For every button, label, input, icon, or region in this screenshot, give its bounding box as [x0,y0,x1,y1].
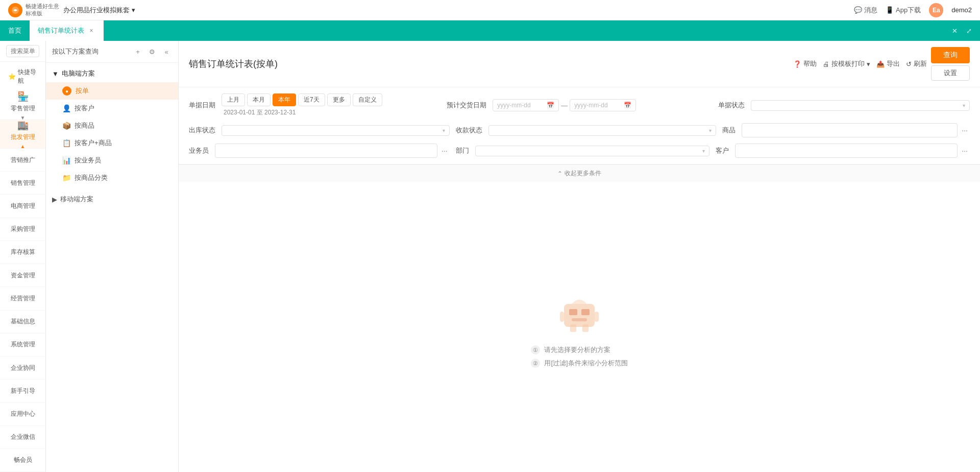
pc-scheme-group-header[interactable]: ▼ 电脑端方案 [46,65,178,82]
tab-sales-order-stats[interactable]: 销售订单统计表 × [30,20,104,41]
window-close-button[interactable]: ✕ [949,26,960,36]
sidebar-item-enterprise[interactable]: 企业协同 [0,357,45,380]
scheme-item-by-customer-goods[interactable]: 📋 按客户+商品 [46,134,178,152]
print-button[interactable]: 🖨 按模板打印 ▾ [823,59,870,68]
collapse-panel-button[interactable]: « [161,46,172,57]
tip-num-1: ① [531,345,540,355]
sidebar-label-wechat: 企业微信 [11,433,35,441]
date-btn-7days[interactable]: 近7天 [298,93,325,106]
customer-input-area: ··· [735,144,970,158]
nav-tabs: 首页 销售订单统计表 × ✕ ⤢ [0,20,980,41]
date-placeholder-start: yyyy-mm-dd [497,102,530,109]
ship-status-label: 出库状态 [189,126,215,135]
sidebar-item-inventory[interactable]: 库存核算 [0,241,45,264]
export-button[interactable]: 📤 导出 [876,59,900,68]
date-btn-last-month[interactable]: 上月 [222,93,245,106]
app-download-button[interactable]: 📱 App下载 [886,6,921,15]
mobile-scheme-group-header[interactable]: ▶ 移动端方案 [46,191,178,208]
sidebar-item-app-center[interactable]: 应用中心 [0,403,45,426]
ship-status-select[interactable]: ▾ [222,125,450,136]
collect-status-arrow: ▾ [709,128,712,133]
filter-row-3: 业务员 ··· 部门 ▾ 客户 ··· [189,144,970,158]
refresh-button[interactable]: ↺ 刷新 [906,59,927,68]
scheme-panel-title: 按以下方案查询 [52,47,99,56]
help-button[interactable]: ❓ 帮助 [793,59,817,68]
goods-more-button[interactable]: ··· [960,126,970,134]
customer-input[interactable] [735,144,958,158]
pc-group-label: 电脑端方案 [62,69,95,78]
nav-right-actions: ✕ ⤢ [949,26,980,36]
scheme-item-by-goods[interactable]: 📦 按商品 [46,117,178,134]
goods-icon: 📦 [62,122,70,130]
sidebar-item-sales[interactable]: 销售管理 [0,172,45,195]
mobile-scheme-group: ▶ 移动端方案 [46,188,178,210]
sidebar-item-basic-info[interactable]: 基础信息 [0,311,45,334]
date-filter-area: 上月 本月 本年 近7天 更多 自定义 2023-01-01 至 2023-12… [222,93,440,117]
empty-illustration [554,286,605,337]
scheme-settings-button[interactable]: ⚙ [146,46,158,57]
svg-rect-4 [572,318,587,321]
sidebar-item-system[interactable]: 系统管理 [0,334,45,357]
salesperson-input[interactable] [215,144,437,158]
goods-label: 商品 [722,126,736,135]
tab-close-icon[interactable]: × [87,27,95,35]
top-bar: 畅捷通好生意 标准版 办公用品行业模拟账套 ▾ 💬 消息 📱 App下载 Ea … [0,0,980,20]
help-icon: ❓ [793,60,801,68]
scheme-item-by-order[interactable]: ● 按单 [46,82,178,100]
svg-rect-5 [560,312,564,322]
collect-status-select[interactable]: ▾ [488,125,717,136]
tab-home[interactable]: 首页 [0,20,30,41]
sidebar-item-ecommerce[interactable]: 电商管理 [0,195,45,218]
tip-num-2: ② [531,359,540,368]
sidebar-item-quick-nav[interactable]: ⭐ 快捷导航 [0,64,45,89]
logo-area: 畅捷通好生意 标准版 [8,3,59,17]
sidebar-item-retail[interactable]: 🏪 零售管理 ▼ [0,91,45,120]
collapse-label: 收起更多条件 [565,169,601,178]
report-header-actions: ❓ 帮助 🖨 按模板打印 ▾ 📤 导出 [793,47,970,81]
industry-selector[interactable]: 办公用品行业模拟账套 ▾ [63,6,135,15]
date-btn-more[interactable]: 更多 [327,93,351,106]
sidebar-item-newbie[interactable]: 新手引导 [0,380,45,403]
salesperson-more-button[interactable]: ··· [439,147,450,155]
dropdown-arrow-icon: ▾ [132,6,135,14]
status-select[interactable]: ▾ [751,100,970,111]
svg-rect-3 [581,309,590,315]
sidebar-item-finance[interactable]: 资金管理 [0,264,45,287]
collapse-bar[interactable]: ⌃ 收起更多条件 [179,164,980,182]
query-button[interactable]: 查询 [931,47,970,63]
dept-select[interactable]: ▾ [475,146,710,156]
search-input[interactable] [6,45,39,57]
add-scheme-button[interactable]: + [132,46,143,57]
empty-tips: ① 请先选择要分析的方案 ② 用[过滤]条件来缩小分析范围 [531,345,627,368]
settings-button[interactable]: 设置 [931,65,970,81]
message-button[interactable]: 💬 消息 [854,6,877,15]
sidebar-item-purchase[interactable]: 采购管理 [0,218,45,241]
date-btn-custom[interactable]: 自定义 [353,93,382,106]
goods-input[interactable] [742,123,958,137]
user-avatar[interactable]: Ea [929,3,943,17]
date-btn-this-year[interactable]: 本年 [273,93,296,106]
sidebar-item-operations[interactable]: 经营管理 [0,287,45,310]
customer-more-button[interactable]: ··· [960,147,970,155]
sidebar-label-sales: 销售管理 [11,179,35,187]
sidebar-item-wholesale[interactable]: 🏬 批发管理 ▲ [0,120,45,149]
star-icon: ⭐ [8,73,16,80]
sidebar-item-member[interactable]: 畅会员 [0,449,45,472]
scheme-item-by-salesperson[interactable]: 📊 按业务员 [46,152,178,169]
expected-date-start[interactable]: yyyy-mm-dd 📅 [493,99,559,111]
report-title: 销售订单统计表(按单) [189,58,278,70]
refresh-icon: ↺ [906,60,912,68]
empty-tip-2: ② 用[过滤]条件来缩小分析范围 [531,359,627,368]
scheme-item-by-category[interactable]: 📁 按商品分类 [46,169,178,186]
empty-tip-text-1: 请先选择要分析的方案 [544,345,610,355]
print-icon: 🖨 [823,60,829,68]
sidebar-label-enterprise: 企业协同 [11,364,35,372]
window-maximize-button[interactable]: ⤢ [964,26,974,36]
scheme-item-by-customer[interactable]: 👤 按客户 [46,100,178,117]
sidebar-label-system: 系统管理 [11,340,35,349]
sidebar-item-wechat[interactable]: 企业微信 [0,426,45,449]
expected-date-end[interactable]: yyyy-mm-dd 📅 [570,99,636,111]
date-btn-this-month[interactable]: 本月 [247,93,271,106]
sidebar-item-marketing[interactable]: 营销推广 [0,149,45,172]
mobile-group-label: 移动端方案 [60,195,93,204]
